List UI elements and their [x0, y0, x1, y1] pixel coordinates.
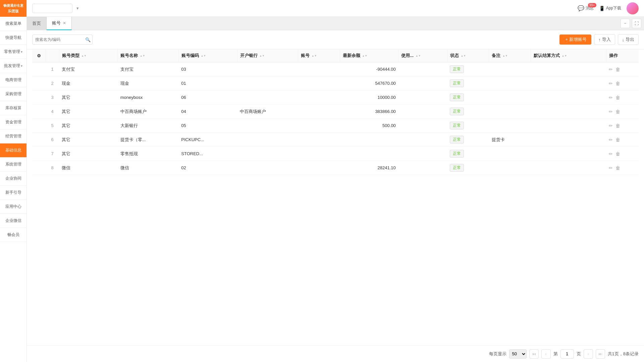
- top-search-input[interactable]: [32, 4, 72, 13]
- sidebar-item-enterprise-agreement[interactable]: 企业协同: [0, 172, 26, 186]
- export-button[interactable]: ↓ 导出: [618, 34, 639, 45]
- cell-settlement: [531, 133, 606, 147]
- table-row: 3 其它 moneybosx 06 10000.00 正常 ✏ 🗑: [32, 90, 639, 105]
- edit-icon[interactable]: ✏: [609, 123, 613, 128]
- sidebar-item-search-menu[interactable]: 搜索菜单: [0, 17, 26, 31]
- sidebar-item-system-mgmt[interactable]: 系统管理: [0, 158, 26, 172]
- sidebar-item-member[interactable]: 畅会员: [0, 228, 26, 242]
- tab-account[interactable]: 账号 ✕: [47, 17, 72, 30]
- sidebar-item-fund-mgmt[interactable]: 资金管理: [0, 115, 26, 129]
- col-remark[interactable]: 备注 ▲▼: [489, 49, 531, 62]
- cell-gear: [32, 161, 46, 175]
- page-number-input[interactable]: [560, 349, 574, 359]
- cell-usage: [398, 90, 447, 105]
- cell-name: 微信: [118, 161, 179, 175]
- delete-icon[interactable]: 🗑: [615, 137, 620, 142]
- cell-account-no: [298, 133, 340, 147]
- col-settlement[interactable]: 默认结算方式 ▲▼: [531, 49, 606, 62]
- search-input[interactable]: [32, 35, 93, 45]
- cell-gear: [32, 133, 46, 147]
- content-area: 🔍 + 新增账号 ↑ 导入 ↓ 导出: [27, 30, 644, 362]
- edit-icon[interactable]: ✏: [609, 95, 613, 100]
- table-row: 7 其它 零售抵现 STORED... 正常 ✏ 🗑: [32, 147, 639, 161]
- cell-usage: [398, 133, 447, 147]
- tab-close-icon[interactable]: ✕: [63, 21, 66, 25]
- col-gear[interactable]: ⚙: [32, 49, 46, 62]
- col-name[interactable]: 账号名称 ▲▼: [118, 49, 179, 62]
- cell-type: 其它: [59, 90, 118, 105]
- dropdown-arrow-icon[interactable]: ▾: [76, 6, 79, 11]
- delete-icon[interactable]: 🗑: [615, 151, 620, 157]
- col-balance[interactable]: 最新余额 ▲▼: [340, 49, 398, 62]
- search-icon[interactable]: 🔍: [85, 37, 91, 42]
- sidebar-item-enterprise-wechat[interactable]: 企业微信: [0, 214, 26, 228]
- avatar[interactable]: [627, 2, 639, 14]
- col-bank[interactable]: 开户银行 ▲▼: [237, 49, 298, 62]
- col-code[interactable]: 账号编码 ▲▼: [178, 49, 237, 62]
- cell-settlement: [531, 76, 606, 90]
- cell-remark: [489, 119, 531, 133]
- cell-action: ✏ 🗑: [606, 105, 639, 119]
- maximize-button[interactable]: ⛶: [632, 19, 641, 28]
- cell-usage: [398, 147, 447, 161]
- delete-icon[interactable]: 🗑: [615, 109, 620, 114]
- cell-code: PICKUPC...: [178, 133, 237, 147]
- col-usage[interactable]: 使用... ▲▼: [398, 49, 447, 62]
- edit-icon[interactable]: ✏: [609, 67, 613, 72]
- cell-settlement: [531, 147, 606, 161]
- col-status[interactable]: 状态 ▲▼: [447, 49, 489, 62]
- page-size-select[interactable]: 50 100 200: [509, 349, 527, 359]
- sidebar-item-purchase-mgmt[interactable]: 采购管理: [0, 87, 26, 101]
- sort-icon-balance: ▲▼: [362, 55, 367, 57]
- sidebar: 畅捷通好生意 乐团版 搜索菜单 快捷导航 零售管理 ▾ 批发管理 ▾ 电商管理 …: [0, 0, 27, 362]
- edit-icon[interactable]: ✏: [609, 165, 613, 171]
- col-num: [46, 49, 59, 62]
- edit-icon[interactable]: ✏: [609, 137, 613, 142]
- col-type[interactable]: 账号类型 ▲▼: [59, 49, 118, 62]
- sidebar-item-business-mgmt[interactable]: 经营管理: [0, 129, 26, 143]
- cell-balance: 28241.10: [340, 161, 398, 175]
- cell-gear: [32, 105, 46, 119]
- first-page-button[interactable]: ⏮: [529, 349, 539, 359]
- tab-home[interactable]: 首页: [27, 17, 47, 30]
- sidebar-item-basic-info[interactable]: 基础信息: [0, 143, 26, 158]
- app-logo: 畅捷通好生意 乐团版: [0, 0, 27, 17]
- app-download-button[interactable]: 📱 App下载: [599, 5, 621, 11]
- delete-icon[interactable]: 🗑: [615, 95, 620, 100]
- cell-remark: [489, 161, 531, 175]
- cell-num: 6: [46, 133, 59, 147]
- import-button[interactable]: ↑ 导入: [594, 34, 615, 45]
- cell-settlement: [531, 62, 606, 76]
- sidebar-item-newcomer-guide[interactable]: 新手引导: [0, 186, 26, 200]
- edit-icon[interactable]: ✏: [609, 109, 613, 114]
- add-account-button[interactable]: + 新增账号: [559, 35, 591, 45]
- sort-icon-usage: ▲▼: [416, 55, 421, 57]
- chevron-down-icon: ▾: [21, 64, 22, 68]
- prev-page-button[interactable]: ‹: [541, 349, 551, 359]
- cell-remark: [489, 90, 531, 105]
- delete-icon[interactable]: 🗑: [615, 67, 620, 72]
- sidebar-item-wholesale-mgmt[interactable]: 批发管理 ▾: [0, 59, 26, 73]
- col-account-no[interactable]: 账号 ▲▼: [298, 49, 340, 62]
- delete-icon[interactable]: 🗑: [615, 81, 620, 86]
- edit-icon[interactable]: ✏: [609, 81, 613, 86]
- top-header: ▾ 💬 99+ 消息 📱 App下载: [27, 0, 644, 17]
- delete-icon[interactable]: 🗑: [615, 123, 620, 128]
- message-button[interactable]: 💬 99+ 消息: [578, 5, 594, 11]
- minimize-button[interactable]: －: [621, 19, 630, 28]
- mobile-icon: 📱: [599, 6, 605, 11]
- sidebar-item-inventory[interactable]: 库存核算: [0, 101, 26, 115]
- cell-usage: [398, 105, 447, 119]
- edit-icon[interactable]: ✏: [609, 151, 613, 157]
- cell-settlement: [531, 119, 606, 133]
- sidebar-item-retail-mgmt[interactable]: 零售管理 ▾: [0, 45, 26, 59]
- delete-icon[interactable]: 🗑: [615, 165, 620, 171]
- sidebar-item-app-center[interactable]: 应用中心: [0, 200, 26, 214]
- last-page-button[interactable]: ⏭: [596, 349, 605, 359]
- cell-gear: [32, 147, 46, 161]
- cell-type: 其它: [59, 147, 118, 161]
- sidebar-item-ecommerce-mgmt[interactable]: 电商管理: [0, 73, 26, 87]
- sidebar-item-quick-nav[interactable]: 快捷导航: [0, 31, 26, 45]
- next-page-button[interactable]: ›: [584, 349, 593, 359]
- export-icon: ↓: [622, 37, 625, 42]
